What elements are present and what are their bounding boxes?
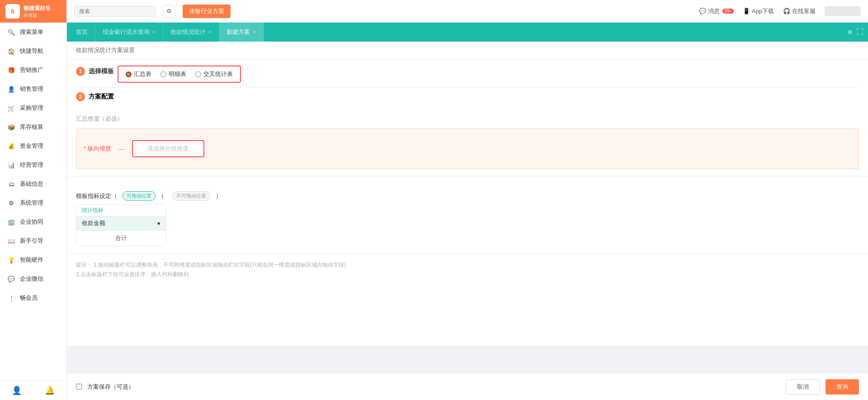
tab-new-plan[interactable]: 新建方案 ×: [219, 23, 264, 42]
folder-icon: 🗂: [7, 180, 15, 188]
metric-table-header[interactable]: 收款金额 ▾: [76, 216, 166, 231]
tab-new-plan-close[interactable]: ×: [253, 29, 256, 35]
message-badge: 99+: [722, 9, 734, 14]
search-input[interactable]: [74, 6, 156, 17]
chart-icon: 📊: [7, 161, 15, 169]
step1-row: 1 选择模板 汇总表 明细表 交叉统计表: [67, 59, 868, 87]
sidebar-item-guide[interactable]: 📖 新手引导: [0, 231, 66, 250]
topbar-right: 💬 消息 99+ 📱 App下载 🎧 在线客服: [699, 6, 861, 16]
home-icon: 🏠: [7, 47, 15, 55]
step1-label: 1 选择模板: [76, 67, 114, 76]
save-checkbox[interactable]: [76, 384, 82, 390]
trial-button[interactable]: 体验行业方案: [183, 5, 231, 18]
save-label: 方案保存（可选）: [87, 383, 134, 391]
sidebar-item-capital[interactable]: 💰 资金管理: [0, 136, 66, 155]
sidebar-item-label: 采购管理: [20, 104, 43, 112]
step1-title: 选择模板: [89, 67, 114, 75]
search-icon: 🔍: [7, 28, 15, 36]
sidebar-item-hardware[interactable]: 💡 智能硬件: [0, 250, 66, 269]
sidebar-item-label: 基础信息: [20, 180, 43, 188]
metric-table-row: 合计: [76, 231, 166, 246]
device-icon: 💡: [7, 256, 15, 264]
main-area: ⚙ 体验行业方案 💬 消息 99+ 📱 App下载 🎧 在线客服 首页 现金银行…: [67, 0, 868, 400]
settings-icon: ⚙: [7, 199, 15, 207]
draggable-badge: 可拖动位置: [123, 191, 156, 201]
metrics-label-middle: ）: [161, 192, 167, 200]
download-icon: 📱: [743, 8, 750, 14]
sidebar-item-label: 智能硬件: [20, 256, 43, 264]
sidebar-bottom: 👤 🔔: [0, 381, 66, 400]
sidebar-item-marketing[interactable]: 🎁 营销推广: [0, 61, 66, 80]
tabbar-actions: ✕ ⛶: [842, 23, 868, 42]
book-icon: 📖: [7, 237, 15, 245]
tips-section: 提示： 1.拖动标题栏可以调整布局，不可跨维度或指标区域拖动栏目字段(只能在同一…: [67, 254, 868, 287]
tabbar: 首页 现金银行流水查询 × 收款情况统计 × 新建方案 × ✕ ⛶: [67, 23, 868, 42]
message-button[interactable]: 💬 消息 99+: [699, 7, 734, 15]
radio-summary-input[interactable]: [126, 71, 132, 77]
tips-line2: 2.点击标题栏下拉可设置排序、插入列和删除列: [76, 271, 859, 278]
cart-icon: 🛒: [7, 104, 15, 112]
chat-icon: 💬: [7, 275, 15, 283]
sidebar-item-member[interactable]: ⋮ 畅会员: [0, 288, 66, 307]
radio-detail-label: 明细表: [169, 70, 186, 78]
config-section: 汇总维度（必选） * 纵向维度 — 请选择分组维度: [67, 108, 868, 176]
sidebar-item-label: 销售管理: [20, 85, 43, 93]
template-selection-box: 汇总表 明细表 交叉统计表: [118, 66, 241, 83]
sidebar-item-sales[interactable]: 👤 销售管理: [0, 80, 66, 99]
sidebar-bottom-icon2[interactable]: 🔔: [45, 386, 55, 395]
tab-bank-flow-close[interactable]: ×: [152, 29, 156, 35]
radio-cross-input[interactable]: [195, 71, 201, 77]
tab-home[interactable]: 首页: [67, 23, 95, 42]
breadcrumb: 收款情况统计方案设置: [67, 42, 868, 59]
logo-text: 畅捷通好生 标准版: [24, 5, 51, 19]
tab-collection-stat[interactable]: 收款情况统计 ×: [163, 23, 219, 42]
dimension-area: * 纵向维度 — 请选择分组维度: [76, 128, 859, 169]
sidebar-item-basic[interactable]: 🗂 基础信息: [0, 174, 66, 193]
dimension-placeholder[interactable]: 请选择分组维度: [132, 140, 204, 157]
sidebar-item-system[interactable]: ⚙ 系统管理: [0, 193, 66, 212]
user-info[interactable]: [825, 6, 861, 16]
sidebar-item-corp[interactable]: 🏢 企业协同: [0, 212, 66, 231]
dimension-arrow: —: [118, 145, 125, 152]
radio-cross[interactable]: 交叉统计表: [195, 70, 233, 78]
sidebar-item-label: 营销推广: [20, 66, 43, 74]
query-button[interactable]: 查询: [826, 379, 859, 395]
tab-collection-stat-close[interactable]: ×: [208, 29, 212, 35]
logo-icon: 6: [5, 4, 20, 19]
metric-dropdown-icon[interactable]: ▾: [157, 220, 160, 227]
sidebar-item-label: 库存核算: [20, 123, 43, 131]
radio-detail[interactable]: 明细表: [160, 70, 186, 78]
sidebar-item-wechat[interactable]: 💬 企业微信: [0, 269, 66, 288]
tab-bank-flow[interactable]: 现金银行流水查询 ×: [95, 23, 163, 42]
sidebar-item-label: 畅会员: [20, 294, 38, 302]
sidebar-item-label: 企业协同: [20, 218, 43, 226]
metric-table-section-label: 统计指标: [76, 205, 166, 216]
online-service-button[interactable]: 🎧 在线客服: [783, 7, 816, 15]
sidebar-bottom-icon1[interactable]: 👤: [12, 386, 22, 395]
tab-maximize-button[interactable]: ⛶: [856, 28, 863, 36]
sidebar-item-label: 经营管理: [20, 161, 43, 169]
metrics-section: 模板指标设定（ 可拖动位置 ） 不可拖动位置 ） 统计指标 收款金额 ▾ 合计: [67, 176, 868, 254]
sidebar-item-inventory[interactable]: 📦 库存核算: [0, 118, 66, 136]
sidebar-item-operation[interactable]: 📊 经营管理: [0, 155, 66, 174]
building-icon: 🏢: [7, 218, 15, 226]
sidebar-item-search-menu[interactable]: 🔍 搜索菜单: [0, 23, 66, 42]
app-download-button[interactable]: 📱 App下载: [743, 7, 774, 15]
metric-table: 统计指标 收款金额 ▾ 合计: [76, 204, 166, 246]
metrics-label-end: ）: [216, 192, 222, 200]
radio-summary[interactable]: 汇总表: [126, 70, 151, 78]
radio-detail-input[interactable]: [160, 71, 166, 77]
sidebar-item-purchase[interactable]: 🛒 采购管理: [0, 99, 66, 118]
settings-button[interactable]: ⚙: [163, 5, 175, 18]
tab-bank-flow-label: 现金银行流水查询: [103, 28, 150, 36]
tab-close-all-button[interactable]: ✕: [847, 28, 853, 37]
tips-line1: 提示： 1.拖动标题栏可以调整布局，不可跨维度或指标区域拖动栏目字段(只能在同一…: [76, 261, 859, 269]
metrics-label-row: 模板指标设定（ 可拖动位置 ） 不可拖动位置 ）: [76, 191, 859, 201]
row-dimension-label: * 纵向维度: [84, 145, 111, 153]
metrics-setting-label: 模板指标设定（: [76, 192, 117, 200]
money-icon: 💰: [7, 142, 15, 150]
sidebar-item-label: 搜索菜单: [20, 28, 43, 36]
step2-title: 方案配置: [89, 93, 114, 101]
cancel-button[interactable]: 取消: [786, 379, 820, 395]
sidebar-item-quick-nav[interactable]: 🏠 快捷导航: [0, 42, 66, 61]
